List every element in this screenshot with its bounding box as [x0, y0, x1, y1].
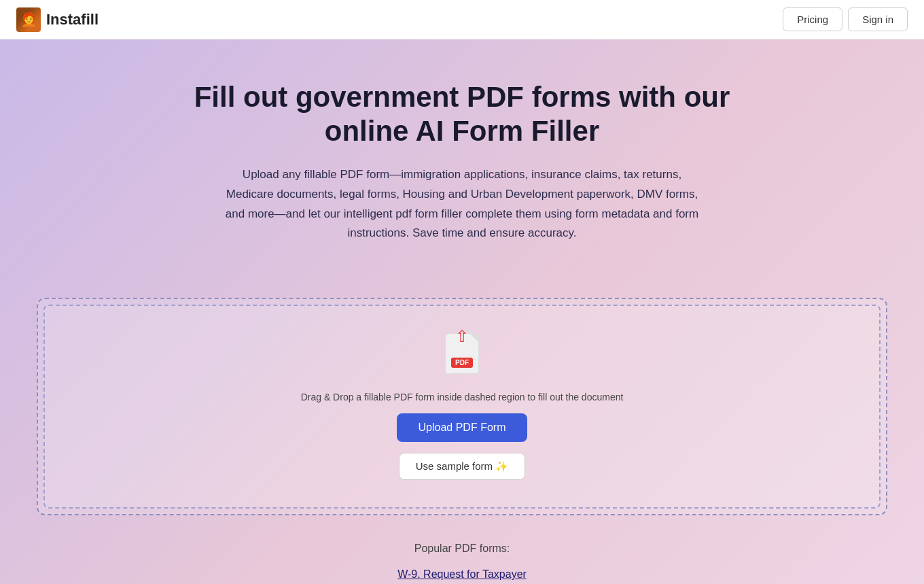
hero-subtitle: Upload any fillable PDF form—immigration…	[217, 165, 707, 244]
nav-buttons: Pricing Sign in	[783, 7, 908, 31]
popular-link-item[interactable]: W-9. Request for Taxpayer	[397, 568, 527, 581]
drag-drop-text: Drag & Drop a fillable PDF form inside d…	[301, 392, 624, 402]
upload-arrow-icon: ⇧	[455, 327, 469, 346]
logo-link[interactable]: 🧑‍🦰 Instafill	[16, 7, 99, 32]
upload-container: ⇧ PDF Drag & Drop a fillable PDF form in…	[20, 298, 904, 515]
popular-forms-section: Popular PDF forms: W-9. Request for Taxp…	[0, 543, 924, 584]
upload-pdf-button[interactable]: Upload PDF Form	[397, 413, 528, 442]
pdf-label-text: PDF	[451, 358, 473, 368]
navbar: 🧑‍🦰 Instafill Pricing Sign in	[0, 0, 924, 39]
logo-avatar: 🧑‍🦰	[16, 7, 41, 32]
popular-forms-title: Popular PDF forms:	[16, 543, 908, 555]
pdf-upload-icon: ⇧ PDF	[442, 333, 482, 381]
pdf-corner	[470, 334, 478, 342]
hero-section: Fill out government PDF forms with our o…	[0, 39, 924, 298]
use-sample-button[interactable]: Use sample form ✨	[399, 453, 526, 480]
pricing-button[interactable]: Pricing	[783, 7, 842, 31]
upload-outer-border: ⇧ PDF Drag & Drop a fillable PDF form in…	[37, 298, 887, 515]
hero-title: Fill out government PDF forms with our o…	[156, 80, 768, 149]
popular-links-list: W-9. Request for TaxpayerTR-205. Request…	[16, 568, 908, 584]
signin-button[interactable]: Sign in	[848, 7, 908, 31]
upload-dropzone[interactable]: ⇧ PDF Drag & Drop a fillable PDF form in…	[43, 305, 881, 509]
logo-text: Instafill	[46, 11, 99, 29]
